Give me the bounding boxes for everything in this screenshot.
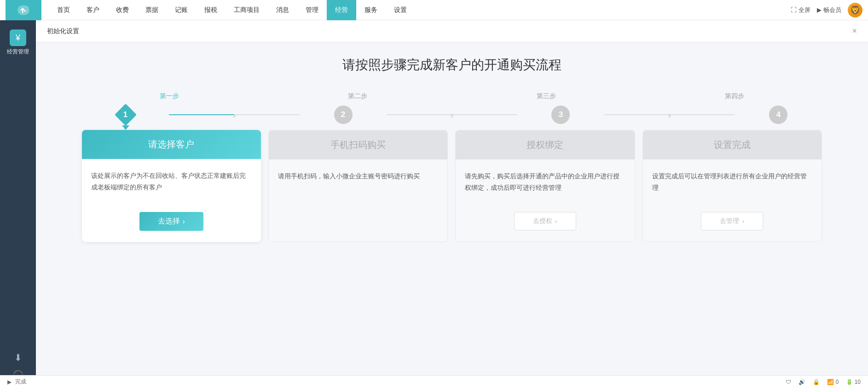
nav-manage[interactable]: 管理 bbox=[297, 0, 327, 20]
step2-card-footer bbox=[269, 223, 448, 241]
step4-node: 4 bbox=[735, 106, 822, 124]
battery-icon: 🔋 10 bbox=[846, 379, 861, 385]
step3-card-title: 授权绑定 bbox=[456, 130, 635, 159]
pointer-spacer2 bbox=[300, 125, 387, 130]
nav-operation[interactable]: 经营 bbox=[327, 0, 356, 20]
sidebar-item-label: 经营管理 bbox=[7, 48, 29, 56]
line2b bbox=[451, 114, 517, 115]
connector1: › bbox=[169, 110, 300, 120]
wifi-icon: 📶 0 bbox=[827, 379, 839, 385]
step3-circle: 3 bbox=[551, 106, 570, 124]
nav-settings[interactable]: 设置 bbox=[386, 0, 415, 20]
steps-container: 第一步 第二步 第三步 第四步 1 bbox=[54, 92, 850, 242]
nav-items: 首页 客户 收费 票据 记账 报税 工商项目 消息 管理 经营 服务 设置 bbox=[49, 0, 791, 20]
shield-icon: 🛡 bbox=[786, 379, 791, 385]
step4-circle: 4 bbox=[769, 106, 787, 124]
step2-card-body: 请用手机扫码，输入小微企业主账号密码进行购买 bbox=[269, 159, 448, 223]
step4-card-title: 设置完成 bbox=[643, 130, 822, 159]
go-auth-button[interactable]: 去授权 › bbox=[514, 212, 576, 230]
step1-card: 请选择客户 该处展示的客户为不在回收站、客户状态正常建账后完成老板端绑定的所有客… bbox=[82, 130, 261, 242]
video-icon: ▶ bbox=[817, 6, 822, 13]
step1-card-body: 该处展示的客户为不在回收站、客户状态正常建账后完成老板端绑定的所有客户 bbox=[82, 159, 261, 205]
nav-customer[interactable]: 客户 bbox=[78, 0, 108, 20]
go-auth-arrow: › bbox=[555, 218, 557, 225]
sidebar-item-operation[interactable]: ¥ 经营管理 bbox=[0, 25, 36, 60]
step-circles-row: 1 › 2 › bbox=[82, 104, 822, 125]
step1-label: 第一步 bbox=[82, 92, 271, 100]
step-labels-row: 第一步 第二步 第三步 第四步 bbox=[82, 92, 822, 100]
cards-row: 请选择客户 该处展示的客户为不在回收站、客户状态正常建账后完成老板端绑定的所有客… bbox=[82, 130, 822, 242]
step1-diamond-wrap: 1 bbox=[115, 104, 136, 125]
step3-card: 授权绑定 请先购买，购买后选择开通的产品中的企业用户进行授权绑定，成功后即可进行… bbox=[455, 130, 635, 242]
member-label: 畅会员 bbox=[823, 6, 841, 14]
logo bbox=[6, 0, 41, 20]
nav-invoice[interactable]: 票据 bbox=[137, 0, 167, 20]
top-nav: 首页 客户 收费 票据 记账 报税 工商项目 消息 管理 经营 服务 设置 ⛶ … bbox=[0, 0, 868, 20]
pointer-spacer6 bbox=[735, 125, 822, 130]
step3-card-body: 请先购买，购买后选择开通的产品中的企业用户进行授权绑定，成功后即可进行经营管理 bbox=[456, 159, 635, 205]
step3-label: 第三步 bbox=[459, 92, 648, 100]
status-right: 🛡 🔊 🔒 📶 0 🔋 10 bbox=[786, 379, 861, 385]
go-manage-arrow: › bbox=[742, 218, 744, 225]
wizard-title: 请按照步骤完成新客户的开通购买流程 bbox=[54, 56, 850, 74]
line1 bbox=[169, 114, 235, 115]
pointer-spacer4 bbox=[517, 125, 604, 130]
nav-service[interactable]: 服务 bbox=[356, 0, 386, 20]
member-btn[interactable]: ▶ 畅会员 bbox=[817, 6, 841, 14]
operation-icon: ¥ bbox=[10, 29, 26, 46]
step2-circle: 2 bbox=[334, 106, 353, 124]
step2-node: 2 bbox=[300, 106, 387, 124]
go-select-arrow: › bbox=[183, 218, 185, 226]
step4-card: 设置完成 设置完成后可以在管理列表进行所有企业用户的经营管理 去管理 › bbox=[642, 130, 822, 242]
step3-node: 3 bbox=[517, 106, 604, 124]
nav-biz[interactable]: 工商项目 bbox=[226, 0, 268, 20]
app-body: ¥ 经营管理 ⬇ 🎧 初始化设置 × 请按照步骤完成新客户的开通购买流程 第一步… bbox=[0, 20, 868, 388]
step4-label: 第四步 bbox=[648, 92, 822, 100]
go-manage-button[interactable]: 去管理 › bbox=[701, 212, 763, 230]
go-select-button[interactable]: 去选择 › bbox=[139, 212, 203, 231]
page-header: 初始化设置 × bbox=[36, 20, 868, 42]
volume-icon: 🔊 bbox=[799, 379, 805, 385]
pointer-spacer1 bbox=[169, 125, 300, 130]
pointer-spacer3 bbox=[387, 125, 517, 130]
step1-card-footer: 去选择 › bbox=[82, 205, 261, 242]
go-select-label: 去选择 bbox=[158, 217, 180, 226]
step1-card-title: 请选择客户 bbox=[82, 130, 261, 159]
wizard-area: 请按照步骤完成新客户的开通购买流程 第一步 第二步 第三步 第四步 bbox=[36, 42, 868, 256]
go-manage-label: 去管理 bbox=[720, 217, 739, 225]
step1-node: 1 bbox=[82, 104, 169, 125]
connector2: › bbox=[387, 110, 517, 120]
main-content: 初始化设置 × 请按照步骤完成新客户的开通购买流程 第一步 第二步 第三步 第四… bbox=[36, 20, 868, 388]
step4-card-body: 设置完成后可以在管理列表进行所有企业用户的经营管理 bbox=[643, 159, 822, 205]
status-label: 完成 bbox=[15, 378, 26, 386]
status-left: ▶ 完成 bbox=[7, 378, 26, 386]
pointer-row bbox=[82, 125, 822, 130]
nav-home[interactable]: 首页 bbox=[49, 0, 78, 20]
line3a bbox=[604, 114, 670, 115]
nav-fee[interactable]: 收费 bbox=[108, 0, 137, 20]
step2-card: 手机扫码购买 请用手机扫码，输入小微企业主账号密码进行购买 bbox=[268, 130, 448, 242]
line1b bbox=[234, 114, 300, 115]
step1-num: 1 bbox=[123, 110, 127, 119]
line3b bbox=[669, 114, 735, 115]
step2-card-title: 手机扫码购买 bbox=[269, 130, 448, 159]
nav-msg[interactable]: 消息 bbox=[268, 0, 297, 20]
line2a bbox=[387, 114, 452, 115]
fullscreen-btn[interactable]: ⛶ 全屏 bbox=[791, 6, 810, 14]
user-avatar[interactable]: 🦁 bbox=[848, 3, 862, 18]
fullscreen-icon: ⛶ bbox=[791, 6, 797, 13]
pointer-spacer5 bbox=[604, 125, 735, 130]
nav-accounting[interactable]: 记账 bbox=[167, 0, 196, 20]
step1-pointer bbox=[82, 125, 169, 130]
play-icon[interactable]: ▶ bbox=[7, 379, 12, 385]
close-button[interactable]: × bbox=[852, 26, 857, 36]
nav-tax[interactable]: 报税 bbox=[196, 0, 226, 20]
download-icon[interactable]: ⬇ bbox=[14, 352, 22, 363]
connector3: › bbox=[604, 110, 735, 120]
step4-card-footer: 去管理 › bbox=[643, 205, 822, 241]
lock-icon: 🔒 bbox=[813, 379, 820, 385]
step2-label: 第二步 bbox=[271, 92, 459, 100]
sidebar: ¥ 经营管理 ⬇ 🎧 bbox=[0, 20, 36, 388]
pointer-triangle bbox=[122, 125, 129, 130]
right-tools: ⛶ 全屏 ▶ 畅会员 🦁 bbox=[791, 3, 862, 18]
